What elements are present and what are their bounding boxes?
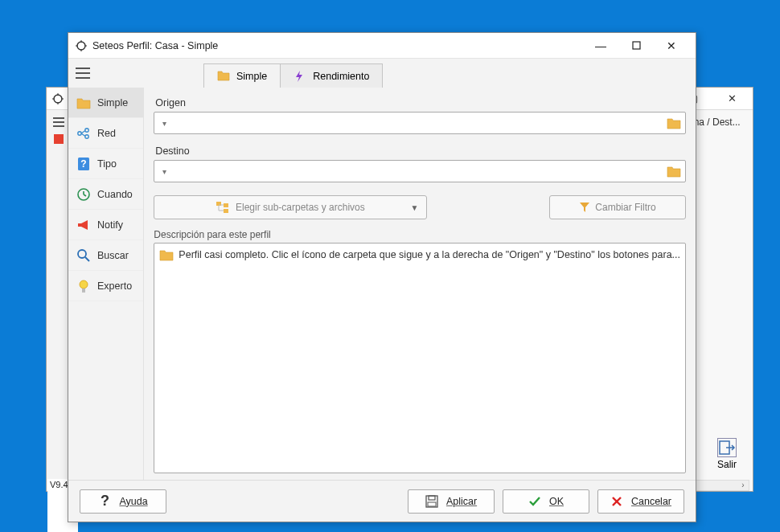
- lightbulb-icon: [76, 279, 91, 293]
- description-label: Descripción para este perfil: [154, 229, 686, 240]
- salir-label: Salir: [717, 459, 737, 470]
- svg-rect-31: [82, 289, 85, 291]
- chevron-down-icon[interactable]: ▾: [154, 167, 174, 176]
- sidebar-item-red[interactable]: Red: [68, 118, 143, 149]
- svg-line-21: [81, 130, 85, 133]
- svg-point-30: [80, 280, 88, 289]
- funnel-icon: [579, 202, 590, 213]
- tab-label: Simple: [236, 71, 267, 82]
- sidebar-item-simple[interactable]: Simple: [68, 88, 143, 118]
- svg-point-20: [85, 134, 88, 137]
- category-sidebar: Simple Red ? Tipo Cuando Notify Buscar: [68, 88, 143, 480]
- svg-rect-34: [224, 203, 228, 207]
- maximize-button[interactable]: [618, 34, 654, 58]
- browse-origen-button[interactable]: [663, 113, 684, 133]
- close-button[interactable]: ✕: [716, 92, 748, 104]
- help-button[interactable]: ? Ayuda: [80, 489, 166, 514]
- app-icon: [75, 39, 88, 52]
- x-icon: [610, 495, 623, 508]
- button-label: Aplicar: [446, 496, 477, 507]
- sidebar-item-label: Cuando: [97, 189, 133, 200]
- sidebar-item-label: Experto: [97, 280, 132, 292]
- sidebar-item-label: Simple: [97, 97, 128, 108]
- question-icon: ?: [98, 495, 111, 508]
- app-icon: [51, 92, 64, 105]
- origen-input-group: ▾: [154, 112, 686, 134]
- sidebar-item-experto[interactable]: Experto: [68, 271, 143, 301]
- svg-point-28: [78, 250, 86, 258]
- hamburger-icon[interactable]: [75, 67, 91, 80]
- sidebar-item-notify[interactable]: Notify: [68, 210, 143, 240]
- salir-button[interactable]: Salir: [717, 438, 737, 470]
- hamburger-icon[interactable]: [52, 117, 65, 128]
- origen-label: Origen: [155, 97, 686, 108]
- sidebar-item-label: Buscar: [97, 250, 129, 261]
- sidebar-item-cuando[interactable]: Cuando: [68, 179, 143, 210]
- svg-line-29: [85, 257, 89, 261]
- stop-icon[interactable]: [54, 134, 64, 144]
- lightning-icon: [294, 70, 306, 83]
- apply-button[interactable]: Aplicar: [408, 489, 495, 514]
- folder-icon: [159, 248, 174, 261]
- dialog-titlebar[interactable]: Seteos Perfil: Casa - Simple — ✕: [68, 33, 696, 59]
- svg-rect-35: [224, 209, 228, 213]
- svg-point-9: [77, 42, 85, 50]
- button-label: Cancelar: [631, 496, 671, 507]
- svg-rect-40: [429, 496, 435, 500]
- tab-rendimiento[interactable]: Rendimiento: [280, 63, 383, 88]
- button-label: Elegir sub-carpetas y archivos: [236, 202, 365, 213]
- ok-button[interactable]: OK: [503, 489, 589, 514]
- clock-icon: [76, 187, 91, 202]
- button-label: OK: [549, 496, 564, 507]
- destino-label: Destino: [155, 145, 686, 157]
- megaphone-icon: [76, 218, 91, 232]
- svg-line-22: [81, 133, 85, 137]
- button-label: Ayuda: [119, 496, 147, 507]
- check-icon: [528, 495, 541, 508]
- tab-label: Rendimiento: [313, 71, 369, 82]
- folder-icon: [76, 96, 91, 110]
- chevron-down-icon: ▼: [410, 203, 418, 212]
- svg-rect-14: [633, 42, 640, 49]
- description-box: Perfil casi completo. Clic el ícono de c…: [154, 243, 686, 473]
- choose-subfolders-button[interactable]: Elegir sub-carpetas y archivos ▼: [154, 195, 427, 219]
- svg-text:?: ?: [80, 158, 86, 170]
- description-text: Perfil casi completo. Clic el ícono de c…: [179, 249, 680, 260]
- network-icon: [76, 126, 91, 141]
- save-icon: [425, 495, 438, 508]
- tab-simple[interactable]: Simple: [203, 63, 281, 88]
- change-filter-button[interactable]: Cambiar Filtro: [549, 195, 686, 219]
- tree-icon: [216, 202, 229, 213]
- search-icon: [76, 248, 91, 263]
- dialog-button-bar: ? Ayuda Aplicar OK Cancelar: [68, 480, 696, 522]
- svg-point-0: [54, 95, 62, 103]
- sidebar-item-label: Red: [97, 128, 116, 139]
- cancel-button[interactable]: Cancelar: [597, 489, 684, 514]
- minimize-button[interactable]: —: [583, 34, 618, 58]
- dialog-title: Seteos Perfil: Casa - Simple: [92, 40, 218, 51]
- settings-dialog: Seteos Perfil: Casa - Simple — ✕ Simple: [68, 32, 696, 522]
- svg-point-19: [85, 128, 88, 131]
- chevron-down-icon[interactable]: ▾: [154, 119, 174, 128]
- browse-destino-button[interactable]: [663, 161, 684, 182]
- button-label: Cambiar Filtro: [595, 202, 655, 213]
- sidebar-item-tipo[interactable]: ? Tipo: [68, 149, 143, 179]
- svg-point-18: [78, 131, 81, 134]
- svg-line-27: [84, 194, 86, 196]
- sidebar-item-buscar[interactable]: Buscar: [68, 240, 143, 271]
- svg-rect-41: [428, 502, 436, 506]
- sidebar-item-label: Notify: [97, 219, 123, 231]
- close-button[interactable]: ✕: [654, 34, 689, 58]
- folder-icon: [217, 70, 230, 83]
- sidebar-item-label: Tipo: [97, 158, 117, 170]
- exit-icon: [717, 438, 737, 457]
- scroll-right-icon[interactable]: ›: [737, 481, 749, 490]
- destino-input-group: ▾: [154, 160, 686, 182]
- question-icon: ?: [76, 157, 91, 171]
